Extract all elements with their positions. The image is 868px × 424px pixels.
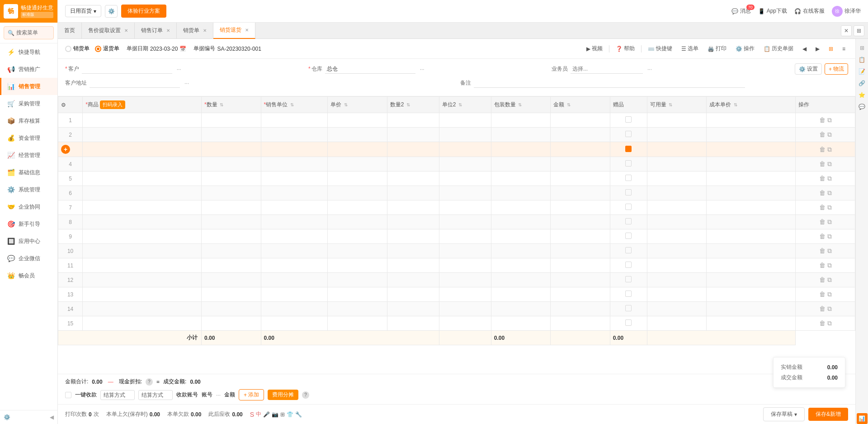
- copy-row-button[interactable]: ⧉: [826, 160, 833, 167]
- nav-next-button[interactable]: ▶: [813, 44, 822, 53]
- account-select-btn[interactable]: ···: [216, 392, 221, 398]
- copy-row-button[interactable]: ⧉: [826, 131, 833, 138]
- copy-row-button[interactable]: ⧉: [826, 233, 833, 240]
- salesperson-input[interactable]: [571, 64, 643, 74]
- expand-tabs-button[interactable]: ⊞: [854, 25, 864, 36]
- copy-row-button[interactable]: ⧉: [826, 189, 833, 196]
- warehouse-input[interactable]: [325, 64, 415, 74]
- gift-checkbox[interactable]: [625, 247, 632, 253]
- search-menu-button[interactable]: 🔍 搜索菜单: [4, 26, 54, 39]
- tab-sales-order[interactable]: 销售订单 ✕: [135, 23, 177, 39]
- sidebar-item-marketing[interactable]: 📢 营销推广: [0, 61, 57, 78]
- tab-sales-return[interactable]: 销货退货 ✕: [213, 23, 255, 39]
- gift-checkbox[interactable]: [625, 116, 632, 123]
- app-download-button[interactable]: 📱 App下载: [758, 7, 787, 15]
- customer-input[interactable]: [82, 64, 172, 74]
- expense-split-button[interactable]: 费用分摊: [268, 390, 298, 400]
- delete-row-button[interactable]: 🗑: [818, 175, 826, 182]
- delete-row-button[interactable]: 🗑: [818, 131, 826, 138]
- one-click-payment-checkbox[interactable]: [65, 392, 71, 398]
- delete-row-button[interactable]: 🗑: [818, 319, 826, 327]
- calendar-icon[interactable]: 📅: [179, 46, 186, 52]
- sidebar-item-inventory[interactable]: 📦 库存核算: [0, 112, 57, 129]
- right-icon-7[interactable]: 📊: [857, 413, 868, 424]
- copy-row-button[interactable]: ⧉: [826, 319, 833, 327]
- copy-row-button[interactable]: ⧉: [826, 291, 833, 298]
- right-icon-2[interactable]: 📋: [857, 54, 868, 65]
- right-icon-3[interactable]: 📝: [857, 66, 868, 77]
- gift-checkbox[interactable]: [625, 262, 632, 268]
- sidebar-item-enterprise[interactable]: 🤝 企业协同: [0, 198, 57, 215]
- list-view-button[interactable]: ≡: [840, 44, 848, 53]
- delete-row-button[interactable]: 🗑: [818, 262, 826, 269]
- copy-row-button[interactable]: ⧉: [826, 305, 833, 312]
- tab-close-sales-bill[interactable]: ✕: [203, 28, 207, 33]
- tab-price-settings[interactable]: 售价提取设置 ✕: [82, 23, 135, 39]
- close-tab-button[interactable]: ✕: [841, 25, 852, 36]
- sidebar-item-purchase[interactable]: 🛒 采购管理: [0, 95, 57, 112]
- experience-button[interactable]: 体验行业方案: [121, 5, 166, 18]
- delete-row-button[interactable]: 🗑: [818, 247, 826, 254]
- right-icon-1[interactable]: ⊞: [857, 43, 868, 53]
- save-new-button[interactable]: 保存&新增: [808, 408, 848, 421]
- table-settings-icon[interactable]: ⚙: [61, 102, 66, 108]
- copy-row-button[interactable]: ⧉: [826, 146, 833, 153]
- product-input[interactable]: [85, 146, 198, 152]
- right-icon-4[interactable]: 🔗: [857, 78, 868, 89]
- select-button[interactable]: ☰ 选单: [679, 43, 701, 54]
- video-button[interactable]: ▶ 视频: [584, 43, 605, 54]
- address-select-btn[interactable]: ···: [183, 80, 191, 86]
- sidebar-item-app-center[interactable]: 🔲 应用中心: [0, 233, 57, 250]
- gift-checkbox[interactable]: [625, 276, 632, 282]
- delete-row-button[interactable]: 🗑: [818, 218, 826, 225]
- radio-return-bill[interactable]: 退货单: [95, 45, 119, 52]
- copy-row-button[interactable]: ⧉: [826, 247, 833, 254]
- help-button[interactable]: ❓ 帮助: [613, 43, 637, 54]
- gift-checkbox[interactable]: [625, 233, 632, 239]
- salesperson-select-btn[interactable]: ···: [646, 66, 654, 72]
- summary-method-select[interactable]: 结算方式: [138, 390, 173, 400]
- message-button[interactable]: 💬 消息 70: [731, 7, 751, 15]
- remark-input[interactable]: [474, 78, 745, 88]
- right-icon-5[interactable]: ⭐: [857, 90, 868, 100]
- sidebar-collapse-icon[interactable]: ◀: [50, 414, 54, 420]
- add-row-button[interactable]: +: [61, 145, 70, 154]
- radio-sale-bill[interactable]: 销货单: [65, 45, 90, 52]
- delete-row-button[interactable]: 🗑: [818, 233, 826, 240]
- tab-home[interactable]: 首页: [58, 23, 82, 39]
- sidebar-item-wechat[interactable]: 💬 企业微信: [0, 250, 57, 267]
- logistics-field-button[interactable]: + 物流: [825, 63, 848, 75]
- sidebar-item-guide[interactable]: 🎯 新手引导: [0, 215, 57, 233]
- save-draft-button[interactable]: 保存草稿 ▾: [763, 407, 805, 421]
- settings-field-button[interactable]: ⚙️ 设置: [795, 63, 822, 75]
- copy-row-button[interactable]: ⧉: [826, 116, 833, 124]
- nav-prev-button[interactable]: ◀: [800, 44, 809, 53]
- gift-checkbox[interactable]: [625, 218, 632, 224]
- gift-checkbox[interactable]: [625, 131, 632, 137]
- tab-sales-bill[interactable]: 销货单 ✕: [177, 23, 213, 39]
- sidebar-item-sales[interactable]: 📊 销售管理: [0, 78, 57, 95]
- delete-row-button[interactable]: 🗑: [818, 291, 826, 298]
- calc-method-select[interactable]: 结算方式: [100, 390, 135, 400]
- sidebar-settings-icon[interactable]: ⚙️: [4, 414, 10, 420]
- delete-row-button[interactable]: 🗑: [818, 189, 826, 196]
- online-service-button[interactable]: 🎧 在线客服: [794, 7, 825, 15]
- gift-checkbox[interactable]: [625, 175, 632, 181]
- copy-row-button[interactable]: ⧉: [826, 276, 833, 283]
- delete-row-button[interactable]: 🗑: [818, 204, 826, 211]
- expense-help-icon[interactable]: ?: [302, 391, 309, 399]
- sidebar-item-system[interactable]: ⚙️ 系统管理: [0, 181, 57, 198]
- sidebar-item-operation[interactable]: 📈 经营管理: [0, 147, 57, 164]
- shortcut-button[interactable]: ⌨️ 快捷键: [645, 43, 675, 54]
- gift-checkbox[interactable]: [625, 189, 632, 195]
- history-button[interactable]: 📋 历史单据: [761, 43, 796, 54]
- header-settings-button[interactable]: ⚙️: [105, 5, 118, 18]
- tab-close-sales-order[interactable]: ✕: [166, 28, 170, 33]
- table-scroll[interactable]: ⚙ *商品 扫码录入 *数量 ⇅: [58, 96, 855, 374]
- delete-row-button[interactable]: 🗑: [818, 160, 826, 167]
- print-button[interactable]: 🖨️ 打印: [705, 43, 729, 54]
- delete-row-button[interactable]: 🗑: [818, 276, 826, 283]
- add-payment-button[interactable]: + 添加: [239, 389, 264, 400]
- gift-checkbox[interactable]: [625, 146, 632, 152]
- address-input[interactable]: [90, 78, 180, 88]
